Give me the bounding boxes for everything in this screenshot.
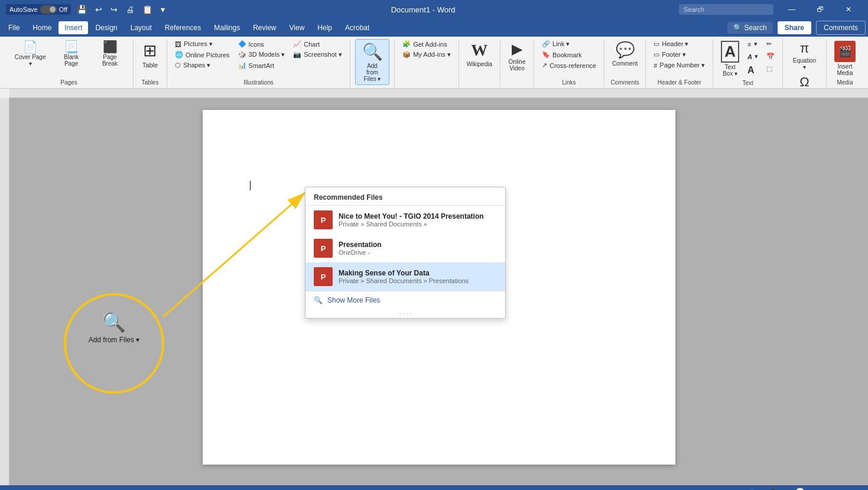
- bookmark-label: Bookmark: [552, 51, 582, 59]
- menu-help[interactable]: Help: [311, 21, 338, 34]
- word-art-button[interactable]: A ▾: [745, 51, 761, 61]
- header-button[interactable]: ▭ Header ▾: [651, 39, 708, 49]
- customize-icon[interactable]: ▾: [158, 2, 167, 17]
- page-break-label: Page Break: [95, 54, 125, 67]
- zoom-slider[interactable]: [788, 488, 836, 490]
- dropdown-resize-handle[interactable]: · · · ·: [305, 309, 505, 318]
- drop-cap-button[interactable]: A: [745, 64, 761, 77]
- illus-col3: 📈 Chart 📷 Screenshot ▾: [290, 39, 345, 60]
- title-search-input[interactable]: [679, 4, 773, 15]
- ribbon-group-illustrations: 🖼 Pictures ▾ 🌐 Online Pictures ⬡ Shapes …: [167, 39, 350, 88]
- dropdown-item-1[interactable]: P Nice to Meet You! - TGIO 2014 Presenta…: [305, 206, 505, 234]
- dropdown-item-3[interactable]: P Making Sense of Your Data Private » Sh…: [305, 262, 505, 291]
- chart-icon: 📈: [293, 40, 301, 48]
- wikipedia-icon: W: [471, 41, 487, 60]
- equation-button[interactable]: π Equation ▾: [788, 39, 821, 72]
- get-addins-button[interactable]: 🧩 Get Add-ins: [399, 39, 453, 49]
- smartart-button[interactable]: 📊 SmartArt: [235, 60, 288, 70]
- comments-button[interactable]: Comments: [816, 21, 866, 35]
- my-addins-button[interactable]: 📦 My Add-ins ▾: [399, 50, 453, 60]
- menu-design[interactable]: Design: [89, 21, 123, 34]
- doc-title: Document1 - Word: [167, 5, 679, 14]
- bookmark-button[interactable]: 🔖 Bookmark: [539, 50, 599, 60]
- menu-acrobat[interactable]: Acrobat: [339, 21, 375, 34]
- menu-review[interactable]: Review: [247, 21, 282, 34]
- symbol-button[interactable]: Ω Symbol ▾: [788, 73, 821, 89]
- icons-icon: 🔷: [238, 40, 246, 48]
- close-button[interactable]: ✕: [835, 0, 862, 19]
- cover-page-button[interactable]: 📄 Cover Page ▾: [9, 39, 51, 69]
- date-time-button[interactable]: 📅: [763, 51, 778, 61]
- ribbon-group-pages: 📄 Cover Page ▾ 📃 Blank Page ⬛ Page Break…: [5, 39, 134, 88]
- blank-page-button[interactable]: 📃 Blank Page: [53, 39, 89, 69]
- wikipedia-button[interactable]: W Wikipedia: [464, 39, 495, 69]
- 3d-models-button[interactable]: 🎲 3D Models ▾: [235, 50, 288, 60]
- table-button[interactable]: ⊞ Table: [138, 39, 162, 70]
- copy-icon[interactable]: 📋: [140, 2, 155, 17]
- screenshot-button[interactable]: 📷 Screenshot ▾: [290, 50, 345, 60]
- ppt-icon-2: P: [314, 239, 333, 258]
- pictures-button[interactable]: 🖼 Pictures ▾: [172, 39, 233, 49]
- menu-home[interactable]: Home: [27, 21, 57, 34]
- online-pictures-button[interactable]: 🌐 Online Pictures: [172, 50, 233, 60]
- addins-col: 🧩 Get Add-ins 📦 My Add-ins ▾: [399, 39, 453, 60]
- dropdown-item-2[interactable]: P Presentation OneDrive -: [305, 234, 505, 262]
- minimize-button[interactable]: —: [778, 0, 805, 19]
- ribbon: 📄 Cover Page ▾ 📃 Blank Page ⬛ Page Break…: [0, 37, 868, 89]
- spotlight-label: Add from Files ▾: [89, 336, 140, 344]
- print-icon[interactable]: 🖨: [123, 2, 136, 17]
- page-number-icon: #: [654, 62, 657, 69]
- online-video-button[interactable]: ▶ OnlineVideo: [505, 39, 529, 73]
- icons-button[interactable]: 🔷 Icons: [235, 39, 288, 49]
- menu-references[interactable]: References: [159, 21, 207, 34]
- comment-button[interactable]: 💬 Comment: [609, 39, 641, 69]
- quick-parts-button[interactable]: ≡ ▾: [745, 39, 761, 49]
- autosave-toggle[interactable]: [40, 5, 57, 14]
- menu-view[interactable]: View: [284, 21, 311, 34]
- autosave-state: Off: [59, 6, 67, 13]
- ribbon-group-symbols: π Equation ▾ Ω Symbol ▾ Symbols: [783, 39, 827, 88]
- object-button[interactable]: ⬚: [763, 64, 778, 74]
- redo-icon[interactable]: ↪: [108, 2, 120, 17]
- pictures-icon: 🖼: [175, 41, 181, 48]
- my-addins-label: My Add-ins ▾: [413, 51, 450, 59]
- obj-icon: ⬚: [766, 65, 772, 73]
- page-break-icon: ⬛: [103, 41, 118, 53]
- signature-button[interactable]: ✏: [763, 39, 778, 49]
- autosave-control[interactable]: AutoSave Off: [6, 4, 71, 15]
- hf-group-label: Header & Footer: [658, 78, 701, 86]
- undo-icon[interactable]: ↩: [93, 2, 105, 17]
- link-button[interactable]: 🔗 Link ▾: [539, 39, 599, 49]
- document-area: 🔍 Add from Files ▾ Recommended Files P N…: [0, 98, 868, 485]
- cross-reference-button[interactable]: ↗ Cross-reference: [539, 60, 599, 70]
- menu-file[interactable]: File: [2, 21, 25, 34]
- get-addins-label: Get Add-ins: [413, 41, 447, 48]
- item-2-title: Presentation: [339, 241, 382, 249]
- page-number-button[interactable]: # Page Number ▾: [651, 60, 708, 70]
- ruler-left: [0, 98, 9, 485]
- item-1-title: Nice to Meet You! - TGIO 2014 Presentati…: [339, 212, 484, 220]
- online-pictures-icon: 🌐: [175, 51, 183, 59]
- document-scroll: 🔍 Add from Files ▾ Recommended Files P N…: [9, 98, 868, 485]
- show-more-files-button[interactable]: 🔍 Show More Files: [305, 291, 505, 309]
- save-icon[interactable]: 💾: [74, 2, 89, 17]
- footer-icon: ▭: [654, 51, 659, 59]
- shapes-button[interactable]: ⬡ Shapes ▾: [172, 60, 233, 70]
- ppt-icon-3: P: [314, 267, 333, 286]
- sig-icon: ✏: [766, 40, 772, 48]
- menu-mailings[interactable]: Mailings: [208, 21, 246, 34]
- text-box-button[interactable]: A TextBox ▾: [718, 39, 742, 79]
- add-from-files-button[interactable]: 🔍 Add fromFiles ▾: [355, 39, 389, 85]
- chart-button[interactable]: 📈 Chart: [290, 39, 345, 49]
- item-2-subtitle: OneDrive -: [339, 249, 382, 256]
- spotlight-add-from-files[interactable]: 🔍 Add from Files ▾: [82, 311, 147, 344]
- insert-media-button[interactable]: 🎬 InsertMedia: [831, 39, 859, 78]
- menu-insert[interactable]: Insert: [58, 21, 88, 34]
- menu-layout[interactable]: Layout: [125, 21, 158, 34]
- share-button[interactable]: Share: [778, 21, 811, 34]
- ribbon-group-tables: ⊞ Table Tables: [134, 39, 167, 88]
- footer-button[interactable]: ▭ Footer ▾: [651, 50, 708, 60]
- search-button[interactable]: 🔍 Search: [727, 22, 773, 34]
- page-break-button[interactable]: ⬛ Page Break: [92, 39, 128, 69]
- restore-button[interactable]: 🗗: [807, 0, 834, 19]
